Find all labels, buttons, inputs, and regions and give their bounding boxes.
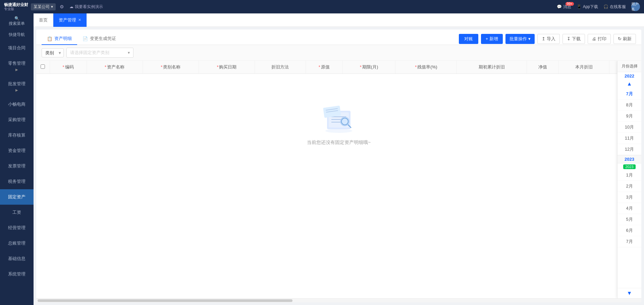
avatar[interactable]: 用户名 bbox=[631, 2, 640, 11]
sidebar-item-fixed-assets[interactable]: 固定资产 bbox=[0, 189, 34, 205]
import-icon: ↥ bbox=[542, 36, 545, 41]
month-item-2023-2月[interactable]: 2月 bbox=[618, 181, 641, 192]
col-header-purchase_date: *购买日期 bbox=[199, 61, 255, 74]
menu-label: 固定资产 bbox=[8, 194, 25, 200]
chevron-down-icon: ▾ bbox=[528, 36, 531, 41]
list-icon: 📋 bbox=[47, 36, 52, 41]
month-item-2022-10月[interactable]: 10月 bbox=[618, 122, 641, 133]
reconcile-button[interactable]: 对账 bbox=[459, 34, 478, 44]
sidebar-item-purchase[interactable]: 采购管理 bbox=[0, 112, 34, 128]
month-item-2022-9月[interactable]: 9月 bbox=[618, 111, 641, 122]
menu-label: 采购管理 bbox=[8, 117, 25, 123]
headset-icon: 🎧 bbox=[603, 4, 608, 9]
import-button[interactable]: ↥ 导入 bbox=[537, 34, 560, 44]
month-item-2023-6月[interactable]: 6月 bbox=[618, 225, 641, 236]
month-panel-down[interactable]: ▼ bbox=[627, 290, 632, 296]
message-icon: 💬 bbox=[557, 4, 562, 9]
col-header-name: *资产名称 bbox=[87, 61, 143, 74]
demo-link[interactable]: ☁ 我要看实例演示 bbox=[69, 4, 103, 10]
sidebar-item-salary[interactable]: 工资 bbox=[0, 205, 34, 220]
menu-label: 批发管理 bbox=[8, 81, 25, 87]
month-item-2023-1月[interactable]: 1月 bbox=[618, 170, 641, 181]
menu-label: 经营管理 bbox=[8, 225, 25, 231]
month-item-2023-5月[interactable]: 5月 bbox=[618, 214, 641, 225]
table-wrap: *编码*资产名称*类别名称*购买日期折旧方法*原值*期限(月)*残值率(%)期初… bbox=[36, 61, 641, 298]
sidebar-item-wholesale[interactable]: 批发管理▶ bbox=[0, 76, 34, 97]
tab-close-icon[interactable]: ✕ bbox=[78, 18, 81, 22]
add-button[interactable]: + 新增 bbox=[481, 34, 503, 44]
month-item-2023-7月[interactable]: 7月 bbox=[618, 236, 641, 247]
category-input[interactable]: 请选择固定资产类别 ▾ bbox=[66, 48, 133, 58]
month-list: 7月8月9月10月11月12月202320231月2月3月4月5月6月7月 bbox=[618, 89, 641, 288]
expand-icon: ▶ bbox=[15, 88, 18, 92]
sidebar-item-system[interactable]: 系统管理 bbox=[0, 266, 34, 282]
month-panel-up[interactable]: ▲ bbox=[626, 81, 634, 87]
print-button[interactable]: 🖨 打印 bbox=[588, 34, 611, 44]
bottom-scrollbar[interactable] bbox=[36, 298, 641, 302]
settings-icon[interactable]: ⚙ bbox=[60, 4, 64, 9]
col-header-monthly_depreciation: 本月折旧 bbox=[558, 61, 609, 74]
company-selector[interactable]: 某某公司 ▾ bbox=[31, 3, 56, 10]
month-panel-nav: ▲ bbox=[618, 79, 641, 89]
month-panel-footer: ▼ bbox=[618, 288, 641, 298]
sidebar-item-ledger[interactable]: 总账管理 bbox=[0, 236, 34, 251]
month-item-2022-7月[interactable]: 7月 bbox=[618, 89, 641, 100]
sidebar-item-project[interactable]: 项目合同 bbox=[0, 40, 34, 56]
sidebar-item-finance[interactable]: 资金管理 bbox=[0, 143, 34, 158]
online-service-button[interactable]: 🎧 在线客服 bbox=[603, 4, 626, 10]
sidebar-item-basic[interactable]: 基础信息 bbox=[0, 251, 34, 266]
month-item-2023-4月[interactable]: 4月 bbox=[618, 203, 641, 214]
month-panel-year-2022: 2022 bbox=[618, 72, 641, 79]
empty-state: 当前您还没有固定资产明细哦~ bbox=[36, 74, 641, 172]
content-area: 首页 资产管理 ✕ 📋 资产明细 📄 变更生成凭证 bbox=[34, 13, 644, 305]
tab-home[interactable]: 首页 bbox=[34, 13, 53, 27]
empty-message: 当前您还没有固定资产明细哦~ bbox=[307, 140, 371, 146]
refresh-button[interactable]: ↻ 刷新 bbox=[613, 34, 636, 44]
sidebar-item-ecommerce[interactable]: 小畅电商 bbox=[0, 97, 34, 112]
month-panel-year-2023: 2023 bbox=[618, 155, 641, 163]
tab-asset[interactable]: 资产管理 ✕ bbox=[53, 13, 87, 27]
month-item-2023-3月[interactable]: 3月 bbox=[618, 192, 641, 203]
sidebar-item-invoice[interactable]: 发票管理 bbox=[0, 158, 34, 174]
menu-label: 工资 bbox=[12, 209, 21, 215]
top-bar: 畅捷通好业财 专业版 某某公司 ▾ ⚙ ☁ 我要看实例演示 💬 消息 99+ 📱… bbox=[0, 0, 644, 13]
refresh-icon: ↻ bbox=[618, 36, 622, 41]
sidebar-item-inventory[interactable]: 库存核算 bbox=[0, 128, 34, 143]
batch-button[interactable]: 批量操作 ▾ bbox=[505, 34, 535, 44]
cloud-icon: ☁ bbox=[69, 4, 73, 9]
app-download-button[interactable]: 📱 App下载 bbox=[577, 4, 598, 10]
category-select[interactable]: 类别 bbox=[42, 48, 64, 57]
sub-tab-detail[interactable]: 📋 资产明细 bbox=[42, 33, 77, 45]
sidebar-item-retail[interactable]: 零售管理▶ bbox=[0, 56, 34, 76]
message-button[interactable]: 💬 消息 99+ bbox=[557, 4, 571, 10]
svg-point-0 bbox=[325, 129, 352, 133]
download-button[interactable]: ↧ 下载 bbox=[562, 34, 585, 44]
month-item-2022-8月[interactable]: 8月 bbox=[618, 100, 641, 111]
col-header-residual_rate: *残值率(%) bbox=[395, 61, 457, 74]
scrollbar-thumb[interactable] bbox=[38, 299, 292, 302]
select-all-checkbox[interactable] bbox=[41, 64, 45, 69]
menu-label: 小畅电商 bbox=[8, 101, 25, 107]
menu-label: 总账管理 bbox=[8, 240, 25, 246]
tab-bar: 首页 资产管理 ✕ bbox=[34, 13, 644, 27]
current-year-badge: 2023 bbox=[623, 164, 635, 169]
main-content: 📋 资产明细 📄 变更生成凭证 对账 + 新增 批量操作 bbox=[36, 30, 641, 302]
sub-tab-bar: 📋 资产明细 📄 变更生成凭证 对账 + 新增 批量操作 bbox=[36, 30, 641, 45]
sidebar-item-operation[interactable]: 经营管理 bbox=[0, 220, 34, 236]
month-item-2022-11月[interactable]: 11月 bbox=[618, 133, 641, 144]
menu-label: 发票管理 bbox=[8, 163, 25, 169]
expand-icon: ▶ bbox=[15, 68, 18, 71]
print-icon: 🖨 bbox=[592, 36, 596, 41]
asset-table: *编码*资产名称*类别名称*购买日期折旧方法*原值*期限(月)*残值率(%)期初… bbox=[36, 61, 641, 74]
sidebar-search[interactable]: 🔍 搜索菜单 bbox=[0, 13, 34, 29]
col-header-depreciation_method: 折旧方法 bbox=[255, 61, 306, 74]
sidebar-quick-nav[interactable]: 快捷导航 bbox=[0, 29, 34, 40]
col-header-code: *编码 bbox=[50, 61, 87, 74]
sidebar-item-tax[interactable]: 税务管理 bbox=[0, 174, 34, 189]
month-item-2022-12月[interactable]: 12月 bbox=[618, 144, 641, 155]
chevron-down-icon: ▾ bbox=[51, 4, 53, 9]
col-header-net_value: 净值 bbox=[527, 61, 559, 74]
sidebar-menu: 项目合同零售管理▶批发管理▶小畅电商采购管理库存核算资金管理发票管理税务管理固定… bbox=[0, 40, 34, 282]
sub-tab-voucher[interactable]: 📄 变更生成凭证 bbox=[77, 33, 121, 45]
col-header-category: *类别名称 bbox=[143, 61, 199, 74]
